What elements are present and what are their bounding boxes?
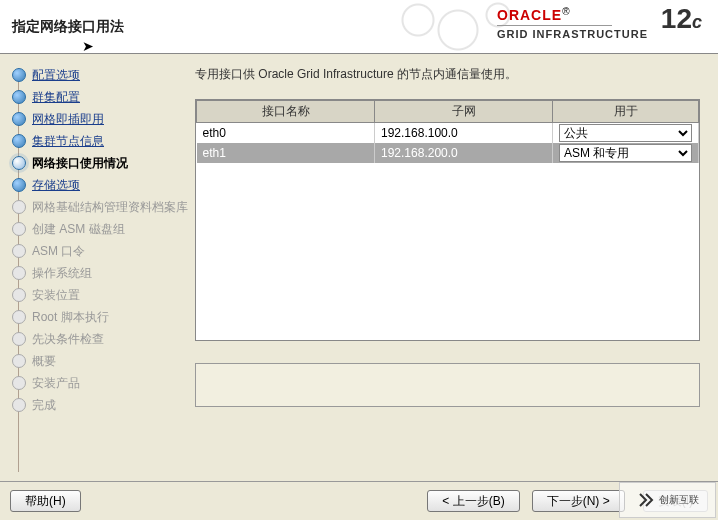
- step-dot-icon: [12, 222, 26, 236]
- body: 配置选项 群集配置 网格即插即用 集群节点信息 网络接口使用情况 存储选项: [0, 54, 718, 482]
- sidebar-item-os-groups: 操作系统组: [0, 262, 185, 284]
- col-header-interface-name[interactable]: 接口名称: [197, 101, 375, 123]
- sidebar-item-create-asm: 创建 ASM 磁盘组: [0, 218, 185, 240]
- step-dot-icon: [12, 288, 26, 302]
- sidebar-item-label: 安装产品: [32, 375, 80, 392]
- sidebar-item-label[interactable]: 群集配置: [32, 89, 80, 106]
- table-header-row: 接口名称 子网 用于: [197, 101, 699, 123]
- nav-button-group: < 上一步(B) 下一步(N) >: [427, 490, 624, 512]
- description-text: 专用接口供 Oracle Grid Infrastructure 的节点内通信量…: [195, 66, 700, 83]
- sidebar-item-label: 创建 ASM 磁盘组: [32, 221, 125, 238]
- step-dot-icon: [12, 134, 26, 148]
- installer-window: 指定网络接口用法 ORACLE® GRID INFRASTRUCTURE 12c…: [0, 0, 718, 520]
- sidebar-item-label: 完成: [32, 397, 56, 414]
- sidebar-item-cluster-nodes[interactable]: 集群节点信息: [0, 130, 185, 152]
- sidebar-item-plug-and-play[interactable]: 网格即插即用: [0, 108, 185, 130]
- step-dot-icon: [12, 178, 26, 192]
- step-dot-icon: [12, 310, 26, 324]
- watermark-text: 创新互联: [659, 493, 699, 507]
- sidebar-item-label: 概要: [32, 353, 56, 370]
- cell-use: ASM 和专用: [553, 143, 699, 163]
- sidebar-item-config-options[interactable]: 配置选项: [0, 64, 185, 86]
- sidebar: 配置选项 群集配置 网格即插即用 集群节点信息 网络接口使用情况 存储选项: [0, 54, 185, 482]
- sidebar-item-label: Root 脚本执行: [32, 309, 109, 326]
- sidebar-item-label: 网络接口使用情况: [32, 155, 128, 172]
- help-button[interactable]: 帮助(H): [10, 490, 81, 512]
- watermark: 创新互联: [619, 482, 716, 518]
- step-dot-icon: [12, 376, 26, 390]
- sidebar-item-prereq-checks: 先决条件检查: [0, 328, 185, 350]
- version-badge: 12c: [661, 4, 702, 35]
- table-row[interactable]: eth0 192.168.100.0 公共: [197, 123, 699, 144]
- sidebar-item-summary: 概要: [0, 350, 185, 372]
- step-dot-icon: [12, 244, 26, 258]
- interfaces-table: 接口名称 子网 用于 eth0 192.168.100.0 公共: [196, 100, 699, 163]
- sidebar-item-label: 操作系统组: [32, 265, 92, 282]
- sidebar-item-mgmt-repo: 网格基础结构管理资料档案库: [0, 196, 185, 218]
- sidebar-item-network-interface-usage[interactable]: 网络接口使用情况: [0, 152, 185, 174]
- footer: 帮助(H) < 上一步(B) 下一步(N) > 安装(I): [0, 481, 718, 520]
- brand: ORACLE® GRID INFRASTRUCTURE 12c: [497, 6, 698, 40]
- sidebar-item-label: 网格基础结构管理资料档案库: [32, 199, 188, 216]
- step-dot-icon: [12, 332, 26, 346]
- sidebar-item-label[interactable]: 配置选项: [32, 67, 80, 84]
- col-header-use[interactable]: 用于: [553, 101, 699, 123]
- sidebar-item-finish: 完成: [0, 394, 185, 416]
- main-panel: 专用接口供 Oracle Grid Infrastructure 的节点内通信量…: [185, 54, 718, 482]
- cell-subnet: 192.168.100.0: [375, 123, 553, 144]
- cell-interface-name: eth1: [197, 143, 375, 163]
- sidebar-item-label: 安装位置: [32, 287, 80, 304]
- cell-use: 公共: [553, 123, 699, 144]
- step-dot-icon: [12, 112, 26, 126]
- step-dot-icon: [12, 354, 26, 368]
- step-dot-icon: [12, 200, 26, 214]
- step-dot-icon: [12, 398, 26, 412]
- step-dot-icon: [12, 68, 26, 82]
- sidebar-item-install-location: 安装位置: [0, 284, 185, 306]
- step-dot-icon: [12, 266, 26, 280]
- grid-infrastructure-text: GRID INFRASTRUCTURE: [497, 28, 648, 40]
- back-button[interactable]: < 上一步(B): [427, 490, 519, 512]
- sidebar-item-label[interactable]: 网格即插即用: [32, 111, 104, 128]
- cursor-icon: ➤: [82, 38, 94, 54]
- header: 指定网络接口用法 ORACLE® GRID INFRASTRUCTURE 12c…: [0, 0, 718, 54]
- step-dot-icon: [12, 90, 26, 104]
- watermark-icon: [637, 491, 655, 509]
- sidebar-item-label: ASM 口令: [32, 243, 85, 260]
- sidebar-item-cluster-config[interactable]: 群集配置: [0, 86, 185, 108]
- table-row[interactable]: eth1 192.168.200.0 ASM 和专用: [197, 143, 699, 163]
- interfaces-table-container: 接口名称 子网 用于 eth0 192.168.100.0 公共: [195, 99, 700, 341]
- sidebar-item-label: 先决条件检查: [32, 331, 104, 348]
- sidebar-item-label[interactable]: 存储选项: [32, 177, 80, 194]
- message-area: [195, 363, 700, 407]
- sidebar-item-install-product: 安装产品: [0, 372, 185, 394]
- sidebar-item-label[interactable]: 集群节点信息: [32, 133, 104, 150]
- sidebar-item-asm-password: ASM 口令: [0, 240, 185, 262]
- oracle-logo-text: ORACLE: [497, 7, 562, 23]
- page-title: 指定网络接口用法: [0, 18, 124, 36]
- step-dot-icon: [12, 156, 26, 170]
- cell-subnet: 192.168.200.0: [375, 143, 553, 163]
- sidebar-item-root-scripts: Root 脚本执行: [0, 306, 185, 328]
- use-for-select[interactable]: 公共: [559, 124, 692, 142]
- next-button[interactable]: 下一步(N) >: [532, 490, 625, 512]
- cell-interface-name: eth0: [197, 123, 375, 144]
- use-for-select[interactable]: ASM 和专用: [559, 144, 692, 162]
- col-header-subnet[interactable]: 子网: [375, 101, 553, 123]
- sidebar-item-storage-options[interactable]: 存储选项: [0, 174, 185, 196]
